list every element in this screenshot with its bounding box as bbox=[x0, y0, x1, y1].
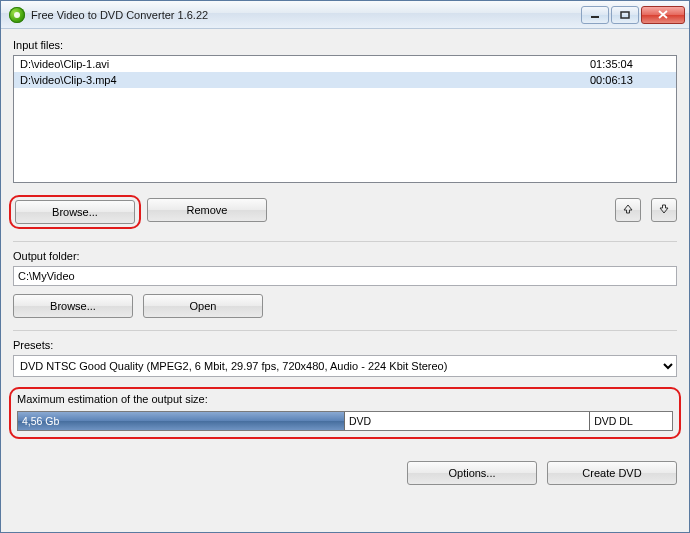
size-dvddl-segment: DVD DL bbox=[590, 412, 672, 430]
move-down-button[interactable] bbox=[651, 198, 677, 222]
window-controls bbox=[581, 6, 685, 24]
arrow-down-icon bbox=[659, 204, 669, 214]
input-files-section: Input files: D:\video\Clip-1.avi 01:35:0… bbox=[13, 39, 677, 229]
presets-section: Presets: DVD NTSC Good Quality (MPEG2, 6… bbox=[13, 339, 677, 377]
list-item-duration: 01:35:04 bbox=[590, 58, 670, 70]
maximize-button[interactable] bbox=[611, 6, 639, 24]
content-area: Input files: D:\video\Clip-1.avi 01:35:0… bbox=[1, 29, 689, 532]
create-dvd-button[interactable]: Create DVD bbox=[547, 461, 677, 485]
close-button[interactable] bbox=[641, 6, 685, 24]
list-item[interactable]: D:\video\Clip-1.avi 01:35:04 bbox=[14, 56, 676, 72]
input-files-list[interactable]: D:\video\Clip-1.avi 01:35:04 D:\video\Cl… bbox=[13, 55, 677, 183]
list-item-path: D:\video\Clip-1.avi bbox=[20, 58, 590, 70]
open-output-button[interactable]: Open bbox=[143, 294, 263, 318]
remove-button[interactable]: Remove bbox=[147, 198, 267, 222]
size-dvd-segment: DVD bbox=[345, 412, 590, 430]
presets-select[interactable]: DVD NTSC Good Quality (MPEG2, 6 Mbit, 29… bbox=[13, 355, 677, 377]
svg-rect-0 bbox=[591, 16, 599, 18]
browse-output-button[interactable]: Browse... bbox=[13, 294, 133, 318]
window-title: Free Video to DVD Converter 1.6.22 bbox=[31, 9, 581, 21]
input-button-row: Browse... Remove bbox=[13, 191, 677, 229]
separator bbox=[13, 241, 677, 242]
app-icon bbox=[9, 7, 25, 23]
output-folder-label: Output folder: bbox=[13, 250, 677, 262]
separator bbox=[13, 330, 677, 331]
highlight-annotation: Maximum estimation of the output size: 4… bbox=[9, 387, 681, 439]
title-bar: Free Video to DVD Converter 1.6.22 bbox=[1, 1, 689, 29]
svg-rect-1 bbox=[621, 12, 629, 18]
list-item[interactable]: D:\video\Clip-3.mp4 00:06:13 bbox=[14, 72, 676, 88]
output-folder-section: Output folder: Browse... Open bbox=[13, 250, 677, 318]
size-used-segment: 4,56 Gb bbox=[18, 412, 345, 430]
estimation-label: Maximum estimation of the output size: bbox=[17, 393, 673, 405]
highlight-annotation: Browse... bbox=[9, 195, 141, 229]
move-up-button[interactable] bbox=[615, 198, 641, 222]
output-button-row: Browse... Open bbox=[13, 294, 677, 318]
footer-row: Options... Create DVD bbox=[13, 461, 677, 485]
list-item-duration: 00:06:13 bbox=[590, 74, 670, 86]
presets-label: Presets: bbox=[13, 339, 677, 351]
options-button[interactable]: Options... bbox=[407, 461, 537, 485]
output-size-bar: 4,56 Gb DVD DVD DL bbox=[17, 411, 673, 431]
minimize-button[interactable] bbox=[581, 6, 609, 24]
list-item-path: D:\video\Clip-3.mp4 bbox=[20, 74, 590, 86]
output-folder-input[interactable] bbox=[13, 266, 677, 286]
input-files-label: Input files: bbox=[13, 39, 677, 51]
browse-input-button[interactable]: Browse... bbox=[15, 200, 135, 224]
arrow-up-icon bbox=[623, 204, 633, 214]
